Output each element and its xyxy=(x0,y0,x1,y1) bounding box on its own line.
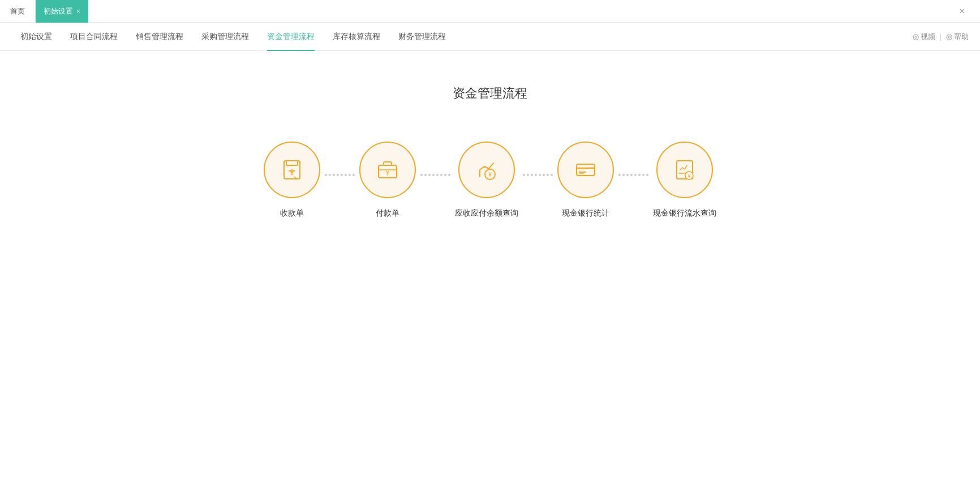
nav-item-purchase[interactable]: 采购管理流程 xyxy=(192,23,258,51)
nav-item-initial[interactable]: 初始设置 xyxy=(11,23,61,51)
nav-item-inventory[interactable]: 库存核算流程 xyxy=(324,23,389,51)
flow-label-balance: 应收应付余额查询 xyxy=(455,208,518,219)
nav-item-finance[interactable]: 财务管理流程 xyxy=(389,23,455,51)
connector-3 xyxy=(523,174,553,176)
flow-label-bank-flow: 现金银行流水查询 xyxy=(653,208,716,219)
flow-container: ¥ 收款单 xyxy=(264,142,716,219)
nav-item-capital[interactable]: 资金管理流程 xyxy=(258,23,324,51)
flow-circle-receipt: ¥ xyxy=(264,142,320,198)
flow-item-balance[interactable]: ¥ 应收应付余额查询 xyxy=(455,142,518,219)
connector-1 xyxy=(325,174,355,176)
window-close-button[interactable]: × xyxy=(953,2,971,20)
top-bar: 首页 初始设置 × × xyxy=(0,0,980,23)
flow-item-bank-flow[interactable]: ¥ 现金银行流水查询 xyxy=(653,142,716,219)
flow-circle-payment: ¥ xyxy=(359,142,416,198)
svg-rect-1 xyxy=(286,161,298,165)
flow-circle-bank-flow: ¥ xyxy=(656,142,713,198)
flow-label-receipt: 收款单 xyxy=(280,208,304,219)
nav-item-sales[interactable]: 销售管理流程 xyxy=(127,23,192,51)
page-title: 资金管理流程 xyxy=(453,85,527,102)
help-link[interactable]: ◎ 帮助 xyxy=(946,32,969,42)
home-tab[interactable]: 首页 xyxy=(0,0,36,23)
connector-4 xyxy=(618,174,648,176)
play-icon: ◎ xyxy=(913,32,919,41)
svg-text:¥: ¥ xyxy=(385,169,390,177)
main-content: 资金管理流程 ¥ 收款单 xyxy=(0,51,980,501)
svg-text:¥: ¥ xyxy=(687,173,691,179)
video-link[interactable]: ◎ 视频 xyxy=(913,32,935,42)
nav-right: ◎ 视频 | ◎ 帮助 xyxy=(913,32,969,42)
flow-circle-balance: ¥ xyxy=(458,142,515,198)
nav-bar: 初始设置 项目合同流程 销售管理流程 采购管理流程 资金管理流程 库存核算流程 … xyxy=(0,23,980,51)
nav-separator: | xyxy=(940,32,942,41)
active-tab[interactable]: 初始设置 × xyxy=(36,0,88,23)
help-icon: ◎ xyxy=(946,32,952,41)
flow-label-bank-stats: 现金银行统计 xyxy=(562,208,609,219)
tab-close-icon[interactable]: × xyxy=(76,7,80,15)
flow-item-bank-stats[interactable]: 现金银行统计 xyxy=(557,142,614,219)
connector-2 xyxy=(420,174,450,176)
nav-item-project[interactable]: 项目合同流程 xyxy=(61,23,127,51)
svg-text:¥: ¥ xyxy=(488,172,492,178)
topbar-right: × xyxy=(953,2,980,20)
flow-item-payment[interactable]: ¥ 付款单 xyxy=(359,142,416,219)
flow-label-payment: 付款单 xyxy=(376,208,399,219)
flow-circle-bank-stats xyxy=(557,142,614,198)
flow-item-receipt[interactable]: ¥ 收款单 xyxy=(264,142,320,219)
